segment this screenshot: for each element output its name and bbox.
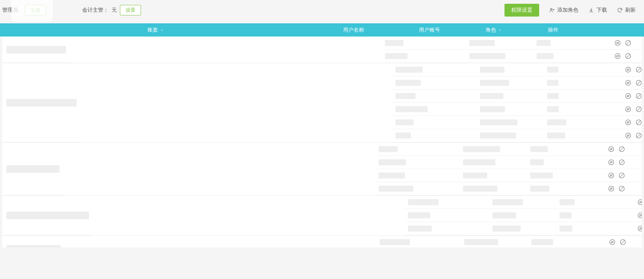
redacted-user-name (396, 80, 421, 86)
forbid-icon[interactable] (635, 119, 642, 126)
redacted-user-name (408, 212, 430, 218)
table-body[interactable] (2, 37, 642, 247)
th-role[interactable]: 角色 (463, 27, 525, 34)
forbid-icon[interactable] (635, 79, 642, 86)
transfer-icon[interactable] (625, 106, 632, 113)
transfer-icon[interactable] (609, 239, 616, 245)
forbid-icon[interactable] (635, 66, 642, 73)
transfer-icon[interactable] (637, 225, 642, 232)
forbid-icon[interactable] (625, 40, 632, 46)
transfer-icon[interactable] (608, 159, 615, 166)
svg-point-33 (609, 173, 614, 178)
transfer-icon[interactable] (625, 93, 632, 99)
forbid-icon[interactable] (625, 53, 632, 59)
th-account-set-label: 账套 (147, 27, 158, 34)
forbid-icon[interactable] (619, 239, 626, 245)
redacted-user-account (464, 239, 498, 245)
download-button[interactable]: 下载 (588, 7, 607, 14)
redacted-role (547, 93, 559, 99)
redacted-role (547, 106, 559, 112)
table-row (93, 196, 642, 209)
redacted-role (547, 119, 566, 125)
svg-line-5 (627, 41, 630, 45)
transfer-icon[interactable] (608, 172, 615, 179)
svg-point-36 (609, 186, 614, 191)
table-row (93, 222, 642, 235)
forbid-icon[interactable] (618, 146, 625, 152)
table-row (93, 209, 642, 222)
redacted-role (560, 226, 572, 232)
transfer-icon[interactable] (608, 185, 615, 192)
table-row (63, 156, 642, 169)
refresh-label: 刷新 (625, 7, 636, 14)
redacted-role (547, 133, 565, 139)
svg-point-12 (626, 80, 631, 85)
download-icon (588, 7, 594, 13)
redacted-user-name (408, 199, 438, 205)
redacted-role (560, 199, 575, 205)
transfer-icon[interactable] (625, 66, 632, 73)
svg-point-0 (550, 8, 552, 10)
table-row (80, 129, 642, 142)
forbid-icon[interactable] (618, 185, 625, 192)
svg-point-21 (626, 120, 631, 125)
redacted-user-account (463, 159, 495, 165)
transfer-icon[interactable] (625, 79, 632, 86)
forbid-icon[interactable] (635, 132, 642, 139)
transfer-icon[interactable] (637, 212, 642, 219)
svg-point-48 (610, 239, 615, 245)
supervisor-set-button[interactable]: 设置 (120, 5, 141, 15)
refresh-icon (617, 7, 623, 13)
redacted-user-name (379, 146, 398, 152)
redacted-account-set (6, 165, 60, 173)
redacted-user-name (379, 186, 413, 192)
svg-line-32 (620, 161, 624, 164)
add-role-button[interactable]: 添加角色 (549, 7, 578, 14)
forbid-icon[interactable] (618, 159, 625, 166)
handover-button[interactable]: 交接 (25, 5, 46, 15)
redacted-account-set (6, 99, 77, 107)
add-role-label: 添加角色 (557, 7, 578, 14)
table-row (63, 169, 642, 182)
th-user-name-label: 用户名称 (343, 27, 364, 34)
redacted-account-set (6, 245, 61, 248)
table-header: 账套 用户名称 用户账号 角色 操作 (0, 23, 644, 37)
th-account-set[interactable]: 账套 (0, 27, 311, 34)
transfer-icon[interactable] (637, 199, 642, 206)
svg-line-11 (637, 68, 640, 72)
transfer-icon[interactable] (614, 40, 621, 46)
redacted-user-name (408, 226, 431, 232)
topbar: 管理员 交接 会计主管： 无 设置 权限设置 添加角色 下载 刷新 (0, 0, 644, 23)
transfer-icon[interactable] (625, 132, 632, 139)
table-row (70, 37, 642, 50)
redacted-user-account (492, 212, 516, 218)
th-operate: 操作 (525, 27, 581, 34)
redacted-role (560, 212, 572, 218)
svg-point-30 (609, 160, 614, 165)
forbid-icon[interactable] (635, 93, 642, 99)
svg-line-17 (637, 95, 640, 98)
forbid-icon[interactable] (618, 172, 625, 179)
svg-point-15 (626, 93, 631, 99)
transfer-icon[interactable] (608, 146, 615, 152)
table-row (80, 63, 642, 76)
group-row (3, 37, 642, 63)
svg-line-29 (620, 148, 624, 151)
redacted-role (547, 80, 558, 86)
th-user-name: 用户名称 (311, 27, 396, 34)
redacted-user-account (480, 106, 505, 112)
table-row (63, 143, 642, 156)
svg-line-20 (637, 108, 640, 111)
transfer-icon[interactable] (625, 119, 632, 126)
redacted-user-account (469, 53, 505, 59)
redacted-user-name (396, 67, 423, 73)
redacted-user-account (480, 119, 517, 125)
permission-settings-button[interactable]: 权限设置 (504, 4, 539, 17)
transfer-icon[interactable] (614, 53, 621, 59)
forbid-icon[interactable] (635, 106, 642, 113)
supervisor-block: 会计主管： 无 设置 (82, 5, 141, 15)
refresh-button[interactable]: 刷新 (617, 7, 636, 14)
supervisor-value: 无 (112, 7, 117, 14)
table-row (64, 236, 642, 247)
redacted-role (537, 53, 554, 59)
